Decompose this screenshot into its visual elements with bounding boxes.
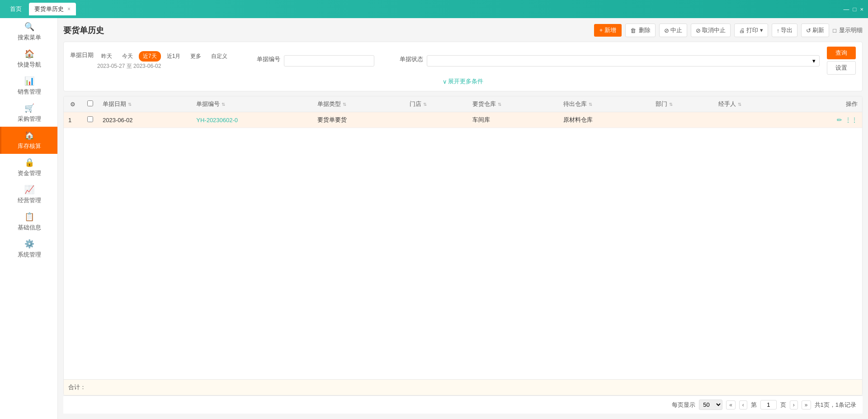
- display-detail-button[interactable]: □ □ 显示明细 显示明细: [833, 26, 863, 34]
- search-menu-icon: 🔍: [24, 22, 34, 32]
- expand-label: 展开更多条件: [448, 77, 483, 86]
- edit-icon[interactable]: ✏: [837, 116, 842, 124]
- settings-button[interactable]: 设置: [827, 61, 856, 75]
- sidebar-item-inventory[interactable]: 🏠 库存核算: [0, 127, 57, 154]
- stop-icon: ⊘: [664, 27, 669, 34]
- prev-page-btn[interactable]: ‹: [739, 400, 747, 409]
- chip-last7days[interactable]: 近7天: [139, 51, 161, 62]
- th-req-warehouse-label: 要货仓库: [472, 100, 496, 108]
- select-all-checkbox[interactable]: [87, 100, 93, 106]
- content-area: 要货单历史 + 新增 🗑 🗑 删除 删除 ⊘ 中止 ⊘ 取消中止 🖨: [58, 18, 868, 419]
- tab-purchase-history[interactable]: 要货单历史 ×: [29, 3, 76, 15]
- chip-yesterday[interactable]: 昨天: [97, 51, 116, 62]
- page-number-input[interactable]: [760, 400, 777, 409]
- more-icon[interactable]: ⋮⋮: [845, 116, 858, 124]
- doc-number-filter-section: 单据编号: [257, 55, 374, 67]
- sort-req-warehouse-icon[interactable]: ⇅: [498, 102, 501, 107]
- sales-icon: 📊: [24, 76, 34, 86]
- sort-doc-type-icon[interactable]: ⇅: [343, 102, 346, 107]
- sidebar-item-purchase[interactable]: 🛒 采购管理: [0, 100, 57, 127]
- chip-last1month[interactable]: 近1月: [163, 51, 185, 62]
- chip-more[interactable]: 更多: [186, 51, 205, 62]
- checkbox-header[interactable]: [82, 96, 98, 112]
- stop-button[interactable]: ⊘ 中止: [659, 24, 687, 37]
- delete-icon: 🗑: [630, 27, 636, 34]
- total-label: 合计：: [68, 383, 86, 391]
- sidebar-item-system[interactable]: ⚙️ 系统管理: [0, 235, 57, 262]
- th-department: 部门 ⇅: [651, 96, 714, 112]
- next-page-btn[interactable]: ›: [790, 400, 798, 409]
- sidebar-item-operations-label: 经营管理: [18, 196, 41, 205]
- row-checkbox[interactable]: [87, 116, 93, 122]
- window-close[interactable]: ×: [860, 6, 863, 13]
- th-store: 门店 ⇅: [405, 96, 468, 112]
- th-actions: 操作: [791, 96, 862, 112]
- total-row: 合计：: [64, 379, 862, 395]
- sidebar-item-quick-nav-label: 快捷导航: [18, 61, 41, 69]
- doc-status-select[interactable]: ▾: [427, 55, 820, 67]
- row-index: 1: [64, 112, 82, 128]
- inventory-icon: 🏠: [24, 130, 34, 140]
- refresh-button[interactable]: ↺ 刷新: [801, 24, 829, 37]
- th-handler: 经手人 ⇅: [714, 96, 791, 112]
- sidebar-item-operations[interactable]: 📈 经营管理: [0, 181, 57, 208]
- sidebar-item-search-menu[interactable]: 🔍 搜索菜单: [0, 18, 57, 45]
- last-page-btn[interactable]: »: [802, 400, 811, 409]
- th-actions-label: 操作: [846, 100, 858, 107]
- sort-handler-icon[interactable]: ⇅: [738, 102, 741, 107]
- sidebar-item-purchase-label: 采购管理: [18, 115, 41, 123]
- sort-department-icon[interactable]: ⇅: [669, 102, 673, 107]
- table-header: ⚙ 单据日期 ⇅ 单据编号: [64, 96, 862, 112]
- new-button[interactable]: + 新增: [594, 24, 622, 37]
- sort-doc-number-icon[interactable]: ⇅: [222, 102, 225, 107]
- total-info: 共1页，1条记录: [815, 401, 856, 409]
- chip-today[interactable]: 今天: [118, 51, 137, 62]
- filter-area: 单据日期 昨天 今天 近7天 近1月 更多 自定义 2023-05-27 至 2…: [63, 42, 863, 91]
- row-doc-date: 2023-06-02: [98, 112, 192, 128]
- chip-custom[interactable]: 自定义: [207, 51, 231, 62]
- table-row: 1 2023-06-02 YH-20230602-0 要货单要货 车间库 原材料…: [64, 112, 862, 128]
- query-button[interactable]: 查询: [827, 47, 856, 59]
- date-filter-label: 单据日期: [70, 51, 94, 59]
- doc-status-label: 单据状态: [400, 55, 423, 63]
- delete-button[interactable]: 🗑 🗑 删除 删除: [625, 24, 656, 37]
- row-checkbox-cell[interactable]: [82, 112, 98, 128]
- sort-pending-warehouse-icon[interactable]: ⇅: [589, 102, 592, 107]
- sidebar: 🔍 搜索菜单 🏠 快捷导航 📊 销售管理 🛒 采购管理 🏠 库存核算 🔒 资金管…: [0, 18, 58, 419]
- th-department-label: 部门: [656, 100, 667, 108]
- print-icon: 🖨: [739, 27, 745, 34]
- row-doc-number[interactable]: YH-20230602-0: [192, 112, 313, 128]
- first-page-btn[interactable]: «: [726, 400, 736, 409]
- cancel-stop-button[interactable]: ⊘ 取消中止: [691, 24, 731, 37]
- tab-close-icon[interactable]: ×: [67, 6, 71, 12]
- table-empty-space: [64, 128, 862, 379]
- checkbox-icon: □: [833, 27, 836, 34]
- window-maximize[interactable]: □: [853, 6, 857, 13]
- th-doc-date-label: 单据日期: [103, 100, 126, 108]
- sidebar-item-finance[interactable]: 🔒 资金管理: [0, 154, 57, 181]
- th-handler-label: 经手人: [718, 100, 736, 108]
- date-chips: 昨天 今天 近7天 近1月 更多 自定义: [97, 51, 231, 62]
- sidebar-item-base-info[interactable]: 📋 基础信息: [0, 208, 57, 235]
- system-icon: ⚙️: [24, 239, 34, 249]
- sort-store-icon[interactable]: ⇅: [423, 102, 427, 107]
- doc-number-link[interactable]: YH-20230602-0: [196, 117, 238, 124]
- expand-more-conditions-button[interactable]: ∨ 展开更多条件: [443, 77, 483, 86]
- export-button[interactable]: ↑ 导出: [772, 24, 798, 37]
- sort-doc-date-icon[interactable]: ⇅: [128, 102, 132, 107]
- gear-header[interactable]: ⚙: [64, 96, 82, 112]
- sidebar-item-quick-nav[interactable]: 🏠 快捷导航: [0, 45, 57, 72]
- page-size-select[interactable]: 50 100 200: [699, 400, 722, 410]
- doc-number-input[interactable]: [284, 55, 374, 67]
- window-minimize[interactable]: —: [844, 6, 849, 13]
- sidebar-item-search-menu-label: 搜索菜单: [18, 33, 41, 42]
- sidebar-item-sales[interactable]: 📊 销售管理: [0, 72, 57, 100]
- query-btn-group: 查询 设置: [827, 47, 856, 75]
- row-req-warehouse: 车间库: [468, 112, 559, 128]
- filter-expand-row: ∨ 展开更多条件: [70, 75, 856, 86]
- th-doc-type-label: 单据类型: [317, 100, 341, 108]
- filter-row: 单据日期 昨天 今天 近7天 近1月 更多 自定义 2023-05-27 至 2…: [70, 47, 856, 75]
- print-button[interactable]: 🖨 打印 ▾: [734, 24, 768, 37]
- page-title: 要货单历史: [63, 25, 594, 36]
- tab-home[interactable]: 首页: [5, 3, 27, 15]
